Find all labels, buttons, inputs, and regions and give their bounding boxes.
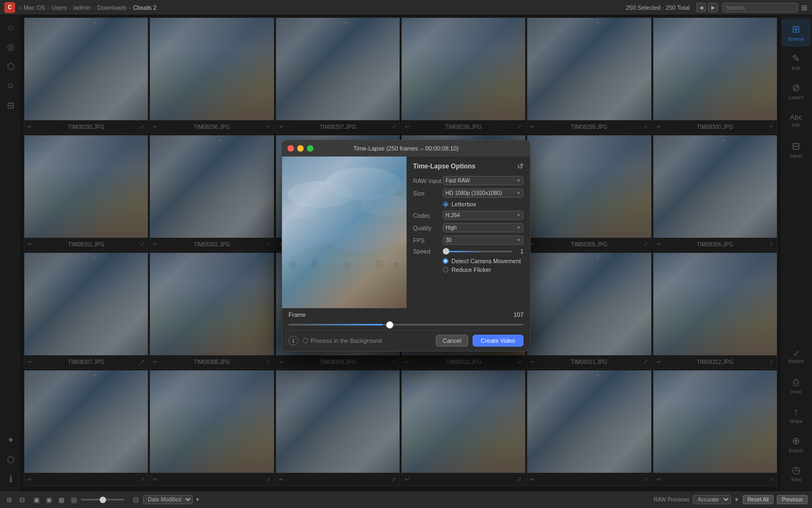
frame-value: 107 <box>514 311 523 318</box>
svg-point-10 <box>375 259 384 269</box>
breadcrumb: Mac OS › Users › ladmin › Downloads › Cl… <box>24 4 156 11</box>
breadcrumb-item[interactable]: Users <box>51 4 67 11</box>
reduce-flicker-row: Reduce Flicker <box>443 266 523 273</box>
speed-value: 1 <box>516 248 523 255</box>
letterbox-radio[interactable] <box>443 201 448 207</box>
dialog-title: Time-Lapse (250 frames -- 00:00:08:10) <box>353 145 459 152</box>
fps-label: FPS <box>413 237 443 244</box>
preview-image <box>282 157 407 308</box>
process-bg-row: Process in the Background <box>303 337 382 344</box>
dialog-overlay: Time-Lapse (250 frames -- 00:00:08:10) <box>0 15 812 491</box>
raw-input-label: RAW Input <box>413 178 443 184</box>
folder-view-button[interactable]: ⊟ <box>17 495 27 505</box>
minimize-button[interactable] <box>297 145 304 152</box>
right-controls: RAW Previews Accurate ▼ Reset All Previo… <box>653 495 808 504</box>
zoom-thumb-3[interactable]: ▦ <box>56 495 67 505</box>
chevron-down-icon: ▼ <box>516 213 521 218</box>
size-select[interactable]: HD 1080p (1920x1080) ▼ <box>443 188 523 198</box>
chevron-down-icon: ▼ <box>516 191 521 196</box>
process-bg-label: Process in the Background <box>311 337 382 344</box>
dialog-titlebar: Time-Lapse (250 frames -- 00:00:08:10) <box>282 140 530 157</box>
frame-row: Frame 107 <box>289 311 523 318</box>
raw-previews-label: RAW Previews <box>653 497 689 503</box>
codec-select[interactable]: H.264 ▼ <box>443 211 523 220</box>
options-title: Time-Lapse Options ↺ <box>413 162 523 171</box>
bottom-bar: ⊞ ⊟ ▣ ▣ ▦ ▤ Date Modified ▼ RAW Previews… <box>0 491 812 508</box>
frame-slider[interactable] <box>289 324 523 325</box>
dialog-preview <box>282 157 407 308</box>
size-label: Size <box>413 190 443 197</box>
options-reset-icon[interactable]: ↺ <box>517 162 523 171</box>
speed-label: Speed <box>413 248 443 255</box>
search-input[interactable] <box>722 3 798 12</box>
detect-camera-row: Detect Camera Movement <box>443 258 523 264</box>
breadcrumb-item[interactable]: Mac OS <box>24 4 45 11</box>
zoom-thumb-1[interactable]: ▣ <box>31 495 42 505</box>
raw-input-select[interactable]: Fast RAW ▼ <box>443 176 523 185</box>
timelapse-dialog: Time-Lapse (250 frames -- 00:00:08:10) <box>281 140 531 351</box>
back-button[interactable]: ‹ <box>19 4 22 11</box>
nav-next-button[interactable]: ▶ <box>708 3 718 12</box>
frame-slider-container <box>289 320 523 328</box>
detect-camera-label: Detect Camera Movement <box>451 258 521 264</box>
speed-slider[interactable] <box>443 251 513 252</box>
chevron-down-icon: ▼ <box>516 178 521 183</box>
fps-row: FPS 30 ▼ <box>413 236 523 245</box>
chevron-down-icon: ▼ <box>516 225 521 230</box>
svg-point-9 <box>343 262 351 270</box>
svg-point-11 <box>393 262 398 268</box>
raw-input-row: RAW Input Fast RAW ▼ <box>413 176 523 185</box>
help-button[interactable]: ℹ <box>289 336 298 346</box>
reset-all-button[interactable]: Reset All <box>743 495 774 504</box>
dialog-bottom: ℹ Process in the Background Cancel Creat… <box>282 330 530 351</box>
codec-row: Codec H.264 ▼ <box>413 211 523 220</box>
create-video-button[interactable]: Create Video <box>473 335 523 347</box>
grid-view-button[interactable]: ⊞ <box>4 495 14 505</box>
frame-label: Frame <box>289 311 306 318</box>
reduce-flicker-label: Reduce Flicker <box>451 266 491 273</box>
frame-area: Frame 107 <box>282 308 530 330</box>
svg-point-3 <box>325 167 401 200</box>
selection-info: 250 Selected · 250 Total <box>626 4 690 11</box>
quality-select[interactable]: High ▼ <box>443 223 523 232</box>
svg-rect-1 <box>282 265 407 308</box>
maximize-button[interactable] <box>307 145 313 152</box>
left-controls: ⊞ ⊟ <box>4 495 27 505</box>
breadcrumb-item[interactable]: ladmin <box>73 4 90 11</box>
speed-row: Speed 1 <box>413 248 523 255</box>
breadcrumb-item[interactable]: Downloads <box>97 4 127 11</box>
svg-marker-6 <box>282 240 407 265</box>
codec-label: Codec <box>413 212 443 219</box>
traffic-lights <box>287 145 313 152</box>
process-bg-radio[interactable] <box>303 338 308 343</box>
top-bar: C ‹ Mac OS › Users › ladmin › Downloads … <box>0 0 812 15</box>
cancel-button[interactable]: Cancel <box>436 335 468 347</box>
zoom-thumb-2[interactable]: ▣ <box>44 495 54 505</box>
detect-camera-checkbox[interactable] <box>443 258 448 264</box>
dialog-body: Time-Lapse Options ↺ RAW Input Fast RAW … <box>282 157 530 308</box>
fps-select[interactable]: 30 ▼ <box>443 236 523 245</box>
sort-select[interactable]: Date Modified <box>143 495 193 504</box>
svg-point-8 <box>311 260 318 267</box>
zoom-slider[interactable] <box>81 499 125 500</box>
svg-point-2 <box>287 181 352 208</box>
size-row: Size HD 1080p (1920x1080) ▼ <box>413 188 523 198</box>
zoom-controls: ▣ ▣ ▦ ▤ <box>31 495 125 505</box>
nav-prev-button[interactable]: ◀ <box>696 3 706 12</box>
zoom-thumb-4[interactable]: ▤ <box>69 495 79 505</box>
select-checkbox[interactable] <box>133 497 139 503</box>
svg-point-5 <box>282 203 317 219</box>
close-button[interactable] <box>287 145 294 152</box>
previous-button[interactable]: Previous <box>777 495 808 504</box>
breadcrumb-item[interactable]: Clouds 2 <box>133 4 156 11</box>
nav-arrows: ◀ ▶ <box>696 3 718 12</box>
accurate-select[interactable]: Accurate <box>693 495 731 504</box>
quality-label: Quality <box>413 225 443 231</box>
dialog-options: Time-Lapse Options ↺ RAW Input Fast RAW … <box>407 157 530 308</box>
reduce-flicker-checkbox[interactable] <box>443 267 448 272</box>
letterbox-row: Letterbox <box>443 201 523 207</box>
svg-rect-0 <box>282 157 407 265</box>
folder-icon[interactable]: ⊞ <box>801 3 808 12</box>
quality-row: Quality High ▼ <box>413 223 523 232</box>
svg-point-7 <box>289 260 297 269</box>
